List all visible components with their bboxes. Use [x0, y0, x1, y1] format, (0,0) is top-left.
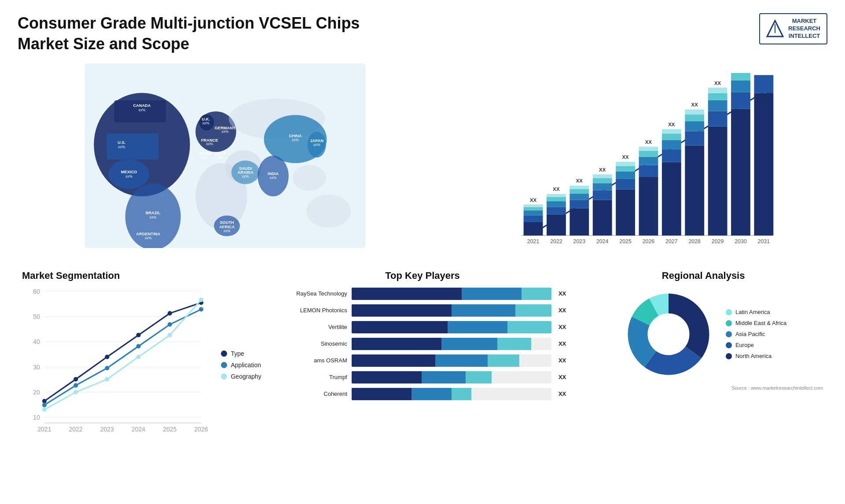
player-bar-seg2 — [435, 354, 487, 367]
svg-point-153 — [73, 383, 78, 387]
svg-text:2021: 2021 — [527, 238, 540, 244]
svg-rect-94 — [616, 161, 635, 166]
svg-point-146 — [42, 399, 47, 403]
segment-section: Market Segmentation 60 50 40 30 20 — [18, 266, 266, 449]
svg-rect-75 — [547, 197, 566, 201]
svg-text:60: 60 — [33, 288, 40, 295]
svg-text:10: 10 — [33, 414, 40, 421]
svg-point-148 — [105, 354, 109, 359]
svg-point-18 — [293, 165, 326, 191]
svg-text:xx%: xx% — [224, 228, 231, 233]
svg-text:xx%: xx% — [139, 108, 146, 112]
page-title: Consumer Grade Multi-junction VCSEL Chip… — [18, 13, 414, 55]
player-name: Coherent — [279, 391, 347, 397]
logo: MARKET RESEARCH INTELLECT — [759, 13, 827, 44]
player-bar-bg — [352, 354, 551, 367]
application-label: Application — [231, 362, 261, 369]
svg-rect-90 — [616, 189, 635, 235]
svg-rect-121 — [731, 92, 750, 109]
legend-europe: Europe — [726, 342, 786, 348]
donut-wrap — [620, 286, 717, 383]
svg-rect-123 — [731, 73, 750, 80]
svg-text:MEXICO: MEXICO — [121, 170, 137, 174]
player-bar-bg — [352, 288, 551, 300]
svg-point-150 — [168, 311, 172, 315]
legend-middle-east: Middle East & Africa — [726, 320, 786, 326]
svg-text:xx%: xx% — [118, 145, 125, 149]
svg-rect-116 — [708, 100, 727, 111]
player-row: CoherentXX — [279, 388, 566, 400]
svg-point-147 — [73, 377, 78, 381]
svg-rect-87 — [593, 178, 612, 183]
svg-text:XX: XX — [530, 197, 537, 203]
top-row: CANADA xx% U.S. xx% MEXICO xx% BRAZIL xx… — [18, 63, 827, 248]
svg-text:xx%: xx% — [202, 121, 209, 125]
player-bar-seg1 — [352, 321, 448, 333]
svg-rect-109 — [685, 131, 704, 145]
svg-text:XX: XX — [622, 154, 629, 160]
logo-text: MARKET RESEARCH INTELLECT — [788, 18, 820, 40]
player-bar-seg2 — [422, 371, 466, 383]
svg-point-160 — [105, 377, 109, 381]
europe-dot — [726, 342, 732, 348]
player-bar-seg2 — [448, 321, 507, 333]
player-bar-seg3 — [466, 371, 492, 383]
bar-chart-wrapper: 2021 2022 2023 2024 2025 2026 2027 2028 … — [450, 72, 827, 248]
svg-rect-76 — [547, 194, 566, 197]
svg-point-156 — [168, 322, 172, 326]
seg-chart-container: 60 50 40 30 20 10 2021 2022 2023 2024 20… — [22, 286, 261, 444]
player-row: TrumpfXX — [279, 371, 566, 383]
player-row: VertiliteXX — [279, 321, 566, 333]
svg-rect-96 — [639, 177, 658, 235]
svg-text:xx%: xx% — [202, 155, 209, 159]
svg-point-154 — [105, 365, 109, 370]
svg-text:2030: 2030 — [735, 238, 747, 244]
svg-rect-91 — [616, 179, 635, 189]
svg-rect-82 — [569, 186, 589, 189]
svg-rect-126 — [754, 75, 773, 93]
svg-rect-99 — [639, 151, 658, 157]
svg-rect-73 — [547, 207, 566, 214]
svg-text:2027: 2027 — [665, 238, 678, 244]
svg-text:XX: XX — [599, 167, 606, 172]
svg-rect-117 — [708, 93, 727, 100]
legend-asia-pacific: Asia Pacific — [726, 331, 786, 337]
svg-text:50: 50 — [33, 313, 40, 320]
svg-rect-92 — [616, 171, 635, 179]
player-xx-label: XX — [558, 357, 566, 364]
players-section: Top Key Players RaySea TechnologyXXLEMON… — [275, 266, 571, 449]
player-bar-seg3 — [452, 388, 471, 400]
svg-text:xx%: xx% — [206, 142, 213, 146]
player-bar-seg1 — [352, 304, 452, 317]
svg-text:2022: 2022 — [550, 238, 562, 244]
player-bar-container — [352, 338, 551, 350]
player-bar-seg3 — [488, 354, 520, 367]
svg-rect-88 — [593, 174, 612, 178]
player-name: Vertilite — [279, 324, 347, 330]
svg-text:2024: 2024 — [596, 238, 609, 244]
players-list: RaySea TechnologyXXLEMON PhotonicsXXVert… — [279, 288, 566, 400]
svg-rect-108 — [685, 145, 704, 235]
svg-text:2026: 2026 — [194, 425, 208, 432]
svg-rect-125 — [754, 93, 773, 235]
svg-rect-80 — [569, 194, 589, 200]
donut-chart — [620, 286, 717, 383]
svg-point-155 — [136, 344, 140, 348]
player-xx-label: XX — [558, 340, 566, 347]
source-text: Source : www.marketresearchintellect.com — [584, 385, 823, 391]
page-header: Consumer Grade Multi-junction VCSEL Chip… — [18, 13, 827, 55]
player-name: Trumpf — [279, 374, 347, 380]
north-america-label: North America — [735, 353, 772, 359]
svg-text:XX: XX — [691, 102, 698, 107]
latin-america-dot — [726, 309, 732, 315]
svg-text:2025: 2025 — [619, 238, 632, 244]
svg-rect-84 — [593, 200, 612, 235]
player-row: RaySea TechnologyXX — [279, 288, 566, 300]
svg-text:xx%: xx% — [145, 235, 152, 240]
svg-text:2023: 2023 — [573, 238, 585, 244]
svg-text:xx%: xx% — [313, 142, 320, 147]
regional-title: Regional Analysis — [584, 270, 823, 281]
type-dot — [221, 351, 227, 357]
player-bar-bg — [352, 321, 551, 333]
player-bar-seg1 — [352, 338, 441, 350]
